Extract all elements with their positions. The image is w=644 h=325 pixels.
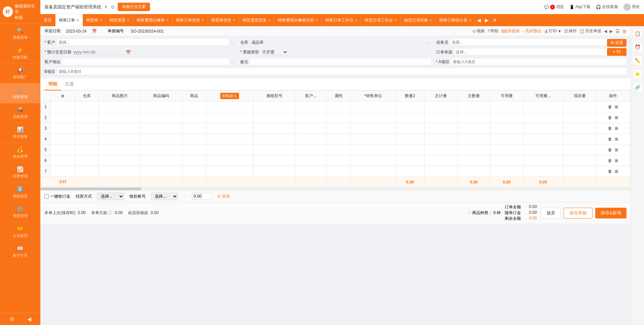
scan-btn[interactable]: 扫码录入 xyxy=(220,93,239,99)
history-btn[interactable]: 📋 历史单据 xyxy=(579,28,601,34)
tab-close-3[interactable]: ✕ xyxy=(127,18,129,22)
cell-product-3[interactable] xyxy=(182,123,206,134)
shortcut-btn[interactable]: ⌨ 快捷键 xyxy=(501,28,520,34)
delete-icon[interactable]: 🗑 xyxy=(608,137,612,141)
cell-settings-1[interactable] xyxy=(51,101,75,112)
tab-item-7[interactable]: 销货退货历史✕ xyxy=(239,14,274,26)
one-click-checkbox[interactable] xyxy=(44,194,49,199)
cell-main_unit-3[interactable] xyxy=(424,123,457,134)
sidebar-item-9[interactable]: ⚙️系统管理 xyxy=(0,202,40,222)
cell-available-3[interactable] xyxy=(490,123,523,134)
sidebar-bottom[interactable]: ⚙ ◀ xyxy=(0,313,40,325)
tab-item-3[interactable]: 销货退货✕ xyxy=(106,14,133,26)
copy-icon[interactable]: ⊞ xyxy=(615,105,618,109)
cell-stock-5[interactable] xyxy=(563,145,596,155)
tab-item-8[interactable]: 销售费用分摊单历史✕ xyxy=(274,14,322,26)
cell-actions-3[interactable]: 🗑⊞ xyxy=(596,123,630,134)
cell-code-7[interactable] xyxy=(140,166,182,177)
cell-sales_unit-6[interactable] xyxy=(350,155,395,166)
delete-icon[interactable]: 🗑 xyxy=(608,126,612,131)
customer-dots-btn[interactable]: ··· xyxy=(231,40,235,45)
receipt-amount[interactable] xyxy=(192,193,212,200)
calendar-icon[interactable]: 📅 xyxy=(92,29,97,34)
cell-image-4[interactable] xyxy=(99,134,141,145)
tab-close-6[interactable]: ✕ xyxy=(233,18,235,22)
sidebar-item-5[interactable]: 📊库存核算 xyxy=(0,123,40,143)
cell-customer_code-4[interactable] xyxy=(295,134,326,145)
cell-main_unit-4[interactable] xyxy=(424,134,457,145)
cell-image-2[interactable] xyxy=(99,112,141,123)
cell-scan-4[interactable] xyxy=(206,134,254,145)
receipt-select[interactable]: 选择... xyxy=(151,193,178,200)
cell-customer_code-2[interactable] xyxy=(295,112,326,123)
cell-qty2-2[interactable] xyxy=(395,112,424,123)
cell-main_unit-1[interactable] xyxy=(424,101,457,112)
cell-stock-1[interactable] xyxy=(563,101,596,112)
copy-icon[interactable]: ⊞ xyxy=(615,158,618,163)
cell-image-7[interactable] xyxy=(99,166,141,177)
cell-main_unit-2[interactable] xyxy=(424,112,457,123)
cell-image-1[interactable] xyxy=(99,101,141,112)
help-btn[interactable]: ? 帮助 xyxy=(487,28,498,34)
cell-main_qty-5[interactable] xyxy=(457,145,490,155)
tab-prev-btn[interactable]: ◀ xyxy=(475,17,483,23)
tab-close-1[interactable]: ✕ xyxy=(76,18,79,22)
col-header-scan[interactable]: 扫码录入 xyxy=(206,91,254,101)
order-source-input[interactable] xyxy=(454,49,627,56)
sidebar-item-6[interactable]: 💰资金管理 xyxy=(0,143,40,163)
sidebar-item-4[interactable]: 📦采购管理 xyxy=(0,103,40,123)
cell-available-1[interactable] xyxy=(490,101,523,112)
cell-main_qty-7[interactable] xyxy=(457,166,490,177)
cell-product-2[interactable] xyxy=(182,112,206,123)
cell-product-7[interactable] xyxy=(182,166,206,177)
cell-available-2[interactable] xyxy=(490,112,523,123)
profit-btn[interactable]: ○ 毛利预估 xyxy=(522,28,541,34)
cell-sales_unit-7[interactable] xyxy=(350,166,395,177)
cell-customer_code-1[interactable] xyxy=(295,101,326,112)
tab-next-btn[interactable]: ▶ xyxy=(483,17,491,23)
copy-icon[interactable]: ⊞ xyxy=(615,169,618,174)
cell-qty2-5[interactable] xyxy=(395,145,424,155)
cell-available2-5[interactable] xyxy=(523,145,563,155)
delete-icon[interactable]: 🗑 xyxy=(608,169,612,174)
detail-tab-0[interactable]: 明细 xyxy=(44,78,61,90)
cell-image-3[interactable] xyxy=(99,123,141,134)
cell-available2-1[interactable] xyxy=(523,101,563,112)
sidebar-item-11[interactable]: 📖新手引导 xyxy=(0,242,40,262)
grid-view-icon[interactable]: ⊞ xyxy=(622,29,627,34)
tab-close-12[interactable]: ✕ xyxy=(469,18,471,22)
cell-product-6[interactable] xyxy=(182,155,206,166)
cell-spec-2[interactable] xyxy=(254,112,295,123)
cell-settings-7[interactable] xyxy=(51,166,75,177)
copy-icon[interactable]: ⊞ xyxy=(615,115,618,120)
cell-attribute-1[interactable] xyxy=(327,101,351,112)
cell-customer_code-5[interactable] xyxy=(295,145,326,155)
cell-settings-4[interactable] xyxy=(51,134,75,145)
delete-icon[interactable]: 🗑 xyxy=(608,158,612,163)
tab-close-8[interactable]: ✕ xyxy=(315,18,318,22)
cell-qty2-1[interactable] xyxy=(395,101,424,112)
cell-settings-5[interactable] xyxy=(51,145,75,155)
cell-stock-2[interactable] xyxy=(563,112,596,123)
cell-code-1[interactable] xyxy=(140,101,182,112)
cell-spec-4[interactable] xyxy=(254,134,295,145)
cell-main_unit-7[interactable] xyxy=(424,166,457,177)
cell-spec-7[interactable] xyxy=(254,166,295,177)
tab-item-9[interactable]: 销售订单工作台✕ xyxy=(322,14,361,26)
cell-main_unit-6[interactable] xyxy=(424,155,457,166)
cell-product-1[interactable] xyxy=(182,101,206,112)
tab-close-2[interactable]: ✕ xyxy=(100,18,102,22)
cell-qty2-7[interactable] xyxy=(395,166,424,177)
cell-attribute-7[interactable] xyxy=(327,166,351,177)
cell-actions-5[interactable]: 🗑⊞ xyxy=(596,145,630,155)
discard-button[interactable]: 放弃 xyxy=(541,208,561,218)
cell-actions-7[interactable]: 🗑⊞ xyxy=(596,166,630,177)
tab-close-9[interactable]: ✕ xyxy=(355,18,357,22)
calendar2-icon[interactable]: 📅 xyxy=(126,50,131,55)
cell-product-5[interactable] xyxy=(182,145,206,155)
delivery-date-input[interactable] xyxy=(73,50,124,55)
cell-main_qty-6[interactable] xyxy=(457,155,490,166)
cell-image-6[interactable] xyxy=(99,155,141,166)
cell-available2-7[interactable] xyxy=(523,166,563,177)
cell-warehouse-3[interactable] xyxy=(75,123,99,134)
